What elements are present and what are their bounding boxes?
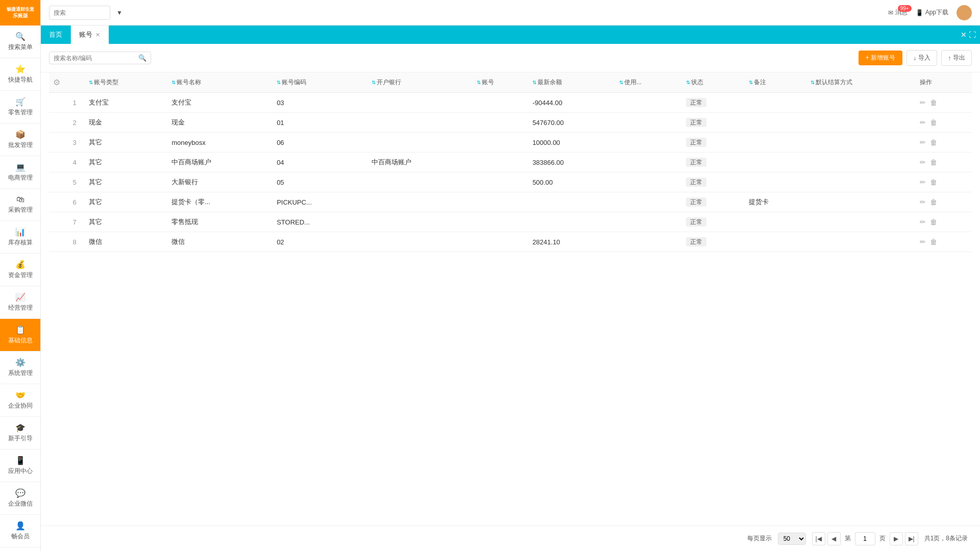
sidebar-item-wholesale-manage[interactable]: 📦 批发管理 <box>0 123 40 156</box>
cell-status: 正常 <box>682 232 745 252</box>
edit-button[interactable]: ✏ <box>920 158 926 166</box>
search-input[interactable] <box>54 55 135 62</box>
page-input[interactable] <box>855 532 875 545</box>
sidebar-item-inventory[interactable]: 📊 库存核算 <box>0 221 40 254</box>
edit-button[interactable]: ✏ <box>920 218 926 226</box>
sidebar-item-operation-manage[interactable]: 📈 经营管理 <box>0 286 40 319</box>
column-settings-icon[interactable]: ⚙ <box>53 78 60 87</box>
tab-close-button[interactable]: ✕ <box>961 31 967 39</box>
cell-usage <box>615 192 682 212</box>
delete-button[interactable]: 🗑 <box>930 98 937 107</box>
sidebar-item-ecommerce-manage[interactable]: 💻 电商管理 <box>0 156 40 189</box>
cell-code: 04 <box>273 153 367 172</box>
cell-settlement <box>806 153 916 172</box>
cell-code: 01 <box>273 113 367 133</box>
cell-balance: 10000.00 <box>528 133 615 153</box>
per-page-select[interactable]: 50 100 200 <box>778 533 806 545</box>
cell-usage <box>615 172 682 192</box>
sidebar-item-basic-info[interactable]: 📋 基础信息 <box>0 319 40 352</box>
cell-action: ✏ 🗑 <box>916 172 972 192</box>
sidebar-item-label: 资金管理 <box>8 271 33 280</box>
topbar-avatar[interactable] <box>957 5 972 20</box>
topbar-dropdown[interactable]: ▼ <box>116 9 122 16</box>
edit-button[interactable]: ✏ <box>920 198 926 206</box>
cell-balance: 500.00 <box>528 172 615 192</box>
delete-button[interactable]: 🗑 <box>930 178 937 186</box>
operation-icon: 📈 <box>15 292 26 302</box>
cell-num: 3 <box>64 133 85 153</box>
delete-button[interactable]: 🗑 <box>930 118 937 127</box>
delete-button[interactable]: 🗑 <box>930 198 937 206</box>
add-account-button[interactable]: + 新增账号 <box>859 51 902 65</box>
search-menu-icon: 🔍 <box>15 32 26 41</box>
sidebar-item-label: 经营管理 <box>8 304 33 312</box>
cell-remark <box>745 93 806 113</box>
sidebar-item-system-manage[interactable]: ⚙️ 系统管理 <box>0 352 40 384</box>
dropdown-arrow-icon: ▼ <box>116 9 122 16</box>
sidebar-item-enterprise-agreement[interactable]: 🤝 企业协同 <box>0 384 40 417</box>
sidebar-item-enterprise-wechat[interactable]: 💬 企业微信 <box>0 482 40 515</box>
tab-home[interactable]: 首页 <box>41 26 71 44</box>
edit-button[interactable]: ✏ <box>920 98 926 107</box>
sidebar-item-label: 企业协同 <box>8 402 33 410</box>
cell-name: 微信 <box>167 232 273 252</box>
delete-button[interactable]: 🗑 <box>930 218 937 226</box>
cell-action: ✏ 🗑 <box>916 192 972 212</box>
edit-button[interactable]: ✏ <box>920 138 926 146</box>
cell-balance <box>528 212 615 232</box>
sidebar-item-quick-nav[interactable]: ⭐ 快捷导航 <box>0 58 40 91</box>
sidebar-item-app-center[interactable]: 📱 应用中心 <box>0 449 40 482</box>
tab-close-icon[interactable]: ✕ <box>95 32 100 38</box>
prev-page-button[interactable]: ◀ <box>827 532 841 545</box>
cell-type: 其它 <box>85 153 167 172</box>
table-header-row: ⚙ ⇅账号类型 ⇅账号名称 ⇅账号编码 ⇅开户银行 ⇅账号 ⇅最新余额 ⇅使用.… <box>49 72 972 93</box>
th-status: ⇅状态 <box>682 72 745 93</box>
topbar-app-download[interactable]: 📱 App下载 <box>916 8 948 17</box>
topbar-message[interactable]: ✉ 消息 99+ <box>888 8 908 17</box>
sidebar-item-purchase-manage[interactable]: 🛍 采购管理 <box>0 189 40 221</box>
tab-account[interactable]: 账号 ✕ <box>71 26 109 44</box>
cell-type: 其它 <box>85 172 167 192</box>
main-area: ▼ ✉ 消息 99+ 📱 App下载 首页 账号 ✕ ✕ ⛶ <box>41 0 980 551</box>
cell-bank <box>368 232 473 252</box>
cell-account <box>473 192 529 212</box>
topbar-search-input[interactable] <box>49 6 110 20</box>
th-name: ⇅账号名称 <box>167 72 273 93</box>
last-page-button[interactable]: ▶| <box>905 532 918 545</box>
delete-button[interactable]: 🗑 <box>930 158 937 166</box>
cell-settings <box>49 93 64 113</box>
page-label: 第 <box>845 534 851 543</box>
sidebar-item-capital-manage[interactable]: 💰 资金管理 <box>0 254 40 286</box>
cell-remark <box>745 133 806 153</box>
export-button[interactable]: ↑ 导出 <box>941 50 972 66</box>
cell-bank: 中百商场账户 <box>368 153 473 172</box>
sidebar-logo: 畅捷通财生意 乐账版 <box>0 0 41 26</box>
cell-usage <box>615 153 682 172</box>
cell-settings <box>49 133 64 153</box>
new-guide-icon: 🎓 <box>15 423 26 433</box>
next-page-button[interactable]: ▶ <box>890 532 903 545</box>
edit-button[interactable]: ✏ <box>920 178 926 186</box>
cell-name: 现金 <box>167 113 273 133</box>
quick-nav-icon: ⭐ <box>15 64 26 74</box>
cell-remark: 提货卡 <box>745 192 806 212</box>
cell-usage <box>615 232 682 252</box>
delete-button[interactable]: 🗑 <box>930 238 937 246</box>
tab-home-label: 首页 <box>49 30 62 39</box>
first-page-button[interactable]: |◀ <box>812 532 825 545</box>
tab-expand-button[interactable]: ⛶ <box>969 31 976 39</box>
edit-button[interactable]: ✏ <box>920 238 926 246</box>
sidebar-item-member[interactable]: 👤 畅会员 <box>0 515 40 547</box>
basic-info-icon: 📋 <box>15 325 26 335</box>
sidebar-item-search-menu[interactable]: 🔍 搜索菜单 <box>0 26 40 58</box>
sidebar-item-new-guide[interactable]: 🎓 新手引导 <box>0 417 40 449</box>
table-row: 2 现金 现金 01 547670.00 正常 ✏ 🗑 <box>49 113 972 133</box>
sidebar-item-retail-manage[interactable]: 🛒 零售管理 <box>0 91 40 123</box>
edit-button[interactable]: ✏ <box>920 118 926 127</box>
import-button[interactable]: ↓ 导入 <box>906 50 937 66</box>
search-icon[interactable]: 🔍 <box>138 54 146 62</box>
cell-bank <box>368 113 473 133</box>
cell-account <box>473 93 529 113</box>
delete-button[interactable]: 🗑 <box>930 138 937 146</box>
cell-num: 8 <box>64 232 85 252</box>
